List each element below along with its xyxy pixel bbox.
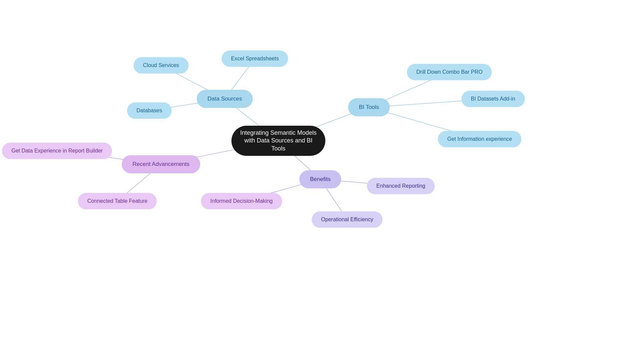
enhanced-reporting-node[interactable]: Enhanced Reporting [367, 178, 435, 194]
excel-spreadsheets-node[interactable]: Excel Spreadsheets [222, 51, 288, 67]
bi-datasets-addin-node[interactable]: BI Datasets Add-in [462, 91, 525, 107]
data-sources-node[interactable]: Data Sources [197, 90, 253, 108]
mindmap-container: Integrating Semantic Models with Data So… [0, 0, 644, 363]
benefits-node[interactable]: Benefits [299, 170, 341, 188]
databases-node[interactable]: Databases [127, 103, 172, 119]
cloud-services-node[interactable]: Cloud Services [133, 57, 189, 74]
recent-advancements-node[interactable]: Recent Advancements [122, 155, 200, 173]
operational-efficiency-node[interactable]: Operational Efficiency [312, 211, 382, 228]
connected-table-node[interactable]: Connected Table Feature [78, 193, 157, 209]
drill-down-combo-node[interactable]: Drill Down Combo Bar PRO [407, 64, 492, 80]
get-information-node[interactable]: Get Information experience [438, 131, 522, 147]
bi-tools-node[interactable]: BI Tools [348, 98, 390, 116]
informed-decision-node[interactable]: Informed Decision-Making [201, 193, 282, 209]
get-data-experience-node[interactable]: Get Data Experience in Report Builder [2, 143, 112, 159]
center-node[interactable]: Integrating Semantic Models with Data So… [231, 126, 325, 156]
